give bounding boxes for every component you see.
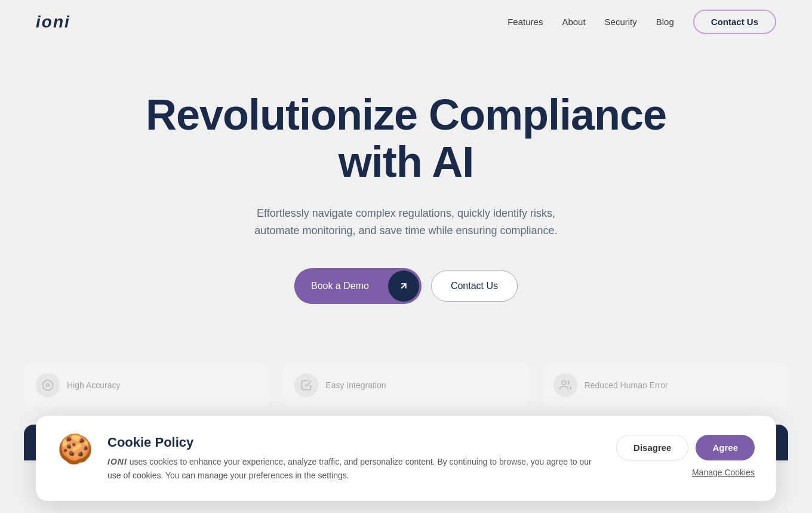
nav-contact-button[interactable]: Contact Us [693, 10, 776, 34]
cookie-body-text: uses cookies to enhance your experience,… [107, 457, 592, 480]
hero-buttons: Book a Demo Contact Us [294, 268, 518, 304]
nav-link-blog[interactable]: Blog [656, 17, 674, 27]
hero-title: Revolutionize Compliance with AI [137, 91, 675, 186]
cookie-body: IONI uses cookies to enhance your experi… [107, 455, 604, 482]
agree-button[interactable]: Agree [696, 435, 755, 460]
nav-links: Features About Security Blog Contact Us [508, 10, 776, 34]
cookie-title: Cookie Policy [107, 435, 604, 450]
nav-link-about[interactable]: About [562, 17, 585, 27]
feature-high-accuracy: High Accuracy [24, 364, 270, 407]
manage-cookies-button[interactable]: Manage Cookies [692, 468, 755, 477]
nav-link-features[interactable]: Features [508, 17, 543, 27]
book-demo-label: Book a Demo [294, 271, 386, 301]
feature-reduced-human-error: Reduced Human Error [542, 364, 788, 407]
cookie-buttons-row: Disagree Agree [616, 435, 755, 460]
hero-section: Revolutionize Compliance with AI Effortl… [0, 44, 812, 340]
easy-integration-icon [294, 373, 318, 397]
hero-contact-us-button[interactable]: Contact Us [431, 271, 518, 302]
high-accuracy-icon [36, 373, 60, 397]
book-demo-button[interactable]: Book a Demo [294, 268, 422, 304]
svg-point-1 [43, 380, 53, 391]
svg-point-2 [47, 383, 50, 386]
cookie-actions: Disagree Agree Manage Cookies [616, 435, 755, 477]
svg-line-0 [401, 284, 406, 288]
navbar: ioni Features About Security Blog Contac… [0, 0, 812, 44]
feature-label-high-accuracy: High Accuracy [67, 380, 120, 390]
disagree-button[interactable]: Disagree [616, 435, 688, 460]
arrow-icon [388, 271, 419, 302]
logo: ioni [36, 13, 70, 32]
feature-label-easy-integration: Easy Integration [325, 380, 386, 390]
cookie-brand: IONI [107, 457, 127, 466]
cookie-banner: 🍪 Cookie Policy IONI uses cookies to enh… [36, 416, 776, 501]
reduced-human-error-icon [553, 373, 577, 397]
feature-easy-integration: Easy Integration [282, 364, 529, 407]
feature-label-reduced-human-error: Reduced Human Error [585, 380, 668, 390]
hero-subtitle: Effortlessly navigate complex regulation… [239, 205, 573, 239]
svg-point-3 [562, 380, 566, 385]
nav-link-security[interactable]: Security [605, 17, 637, 27]
cookie-overlay: 🍪 Cookie Policy IONI uses cookies to enh… [0, 404, 812, 513]
cookie-icon: 🍪 [57, 435, 96, 473]
